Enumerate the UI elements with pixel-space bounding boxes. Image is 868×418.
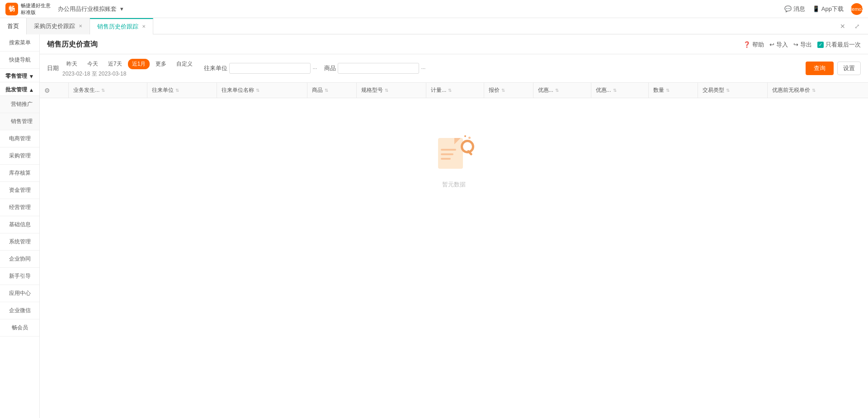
product-dots-button[interactable]: ···	[421, 65, 425, 71]
export-button[interactable]: ↪ 导出	[793, 41, 812, 49]
table-header-row: ⚙ 业务发生... ⇅ 往来单位 ⇅	[40, 83, 868, 98]
counterpart-dots-button[interactable]: ···	[312, 65, 317, 71]
empty-illustration	[434, 134, 474, 175]
sidebar-item-enterprise[interactable]: 企业协同	[0, 251, 39, 268]
sort-icon-product[interactable]: ⇅	[325, 88, 328, 93]
import-button[interactable]: ↩ 导入	[769, 41, 788, 49]
sidebar-item-wholesale-mgmt[interactable]: 批发管理 ▲	[0, 82, 39, 96]
date-btn-today[interactable]: 今天	[83, 59, 102, 69]
page-title: 销售历史价查询	[47, 40, 98, 54]
settings-button[interactable]: 设置	[837, 62, 861, 75]
topbar-title: 办公用品行业模拟账套	[58, 5, 117, 13]
content-area: 销售历史价查询 ❓ 帮助 ↩ 导入 ↪ 导出 ✓ 只看最后一次	[40, 34, 868, 418]
data-table: ⚙ 业务发生... ⇅ 往来单位 ⇅	[40, 83, 868, 98]
sidebar-item-basic-info[interactable]: 基础信息	[0, 216, 39, 233]
sidebar-item-search-menu[interactable]: 搜索菜单	[0, 34, 39, 52]
logo-icon: 畅	[5, 3, 18, 15]
sort-icon-unit[interactable]: ⇅	[448, 88, 452, 93]
sort-icon-quote[interactable]: ⇅	[501, 88, 505, 93]
sidebar-item-newbie[interactable]: 新手引导	[0, 268, 39, 285]
product-label: 商品	[324, 64, 336, 72]
sort-icon-counterpart-name[interactable]: ⇅	[256, 88, 259, 93]
logo-text: 畅捷通好生意 标准版	[21, 2, 51, 15]
th-counterpart-name: 往来单位名称 ⇅	[217, 83, 307, 98]
date-buttons: 昨天 今天 近7天 近1月 更多 自定义	[62, 59, 197, 69]
sidebar-item-app-center[interactable]: 应用中心	[0, 285, 39, 302]
tab-purchase-history[interactable]: 采购历史价跟踪 ✕	[27, 18, 90, 34]
checkbox-icon: ✓	[817, 42, 824, 48]
sidebar-item-inventory[interactable]: 库存核算	[0, 165, 39, 182]
sort-icon-discount1[interactable]: ⇅	[555, 88, 559, 93]
sidebar: 搜索菜单 快捷导航 零售管理 ▼ 批发管理 ▲ 营销推广 销售管理 电商管理 采…	[0, 34, 40, 418]
th-quantity: 数量 ⇅	[649, 83, 698, 98]
topbar-right: 💬 消息 📱 App下载 demo2	[784, 3, 863, 15]
date-btn-1month[interactable]: 近1月	[128, 59, 150, 69]
date-btn-yesterday[interactable]: 昨天	[62, 59, 81, 69]
th-biz-date: 业务发生... ⇅	[69, 83, 147, 98]
app-download-button[interactable]: 📱 App下载	[812, 5, 844, 13]
date-btn-7days[interactable]: 近7天	[104, 59, 126, 69]
app-icon: 📱	[812, 5, 820, 12]
th-pretax-price: 优惠前无税单价 ⇅	[768, 83, 868, 98]
counterpart-input[interactable]	[229, 63, 311, 74]
sort-icon-discount2[interactable]: ⇅	[613, 88, 617, 93]
sidebar-item-marketing[interactable]: 营销推广	[0, 96, 39, 113]
user-avatar-button[interactable]: demo2	[851, 3, 863, 15]
date-btn-more[interactable]: 更多	[151, 59, 170, 69]
th-discount1: 优惠... ⇅	[533, 83, 591, 98]
dot2	[464, 135, 466, 137]
sidebar-item-retail-mgmt[interactable]: 零售管理 ▼	[0, 69, 39, 82]
query-button[interactable]: 查询	[806, 62, 834, 75]
window-close-button[interactable]: ✕	[837, 21, 848, 32]
date-filter-group: 日期 昨天 今天 近7天 近1月 更多 自定义 2023-02-18 至 202…	[47, 59, 197, 78]
tabbar-right: ✕ ⤢	[837, 21, 868, 32]
empty-text: 暂元数据	[442, 180, 466, 189]
tab-home[interactable]: 首页	[0, 18, 27, 34]
date-btn-custom[interactable]: 自定义	[172, 59, 197, 69]
date-range-display: 2023-02-18 至 2023-03-18	[62, 70, 197, 78]
sidebar-item-operations[interactable]: 经营管理	[0, 199, 39, 216]
sidebar-item-sales-mgmt[interactable]: 销售管理	[0, 113, 39, 130]
sort-icon-trade-type[interactable]: ⇅	[726, 88, 730, 93]
date-filter-label: 日期	[47, 64, 59, 72]
topbar-dropdown-icon[interactable]: ▾	[120, 5, 123, 12]
date-filter-col: 昨天 今天 近7天 近1月 更多 自定义 2023-02-18 至 2023-0…	[62, 59, 197, 78]
sidebar-item-purchase-mgmt[interactable]: 采购管理	[0, 147, 39, 165]
counterpart-label: 往来单位	[204, 64, 227, 72]
sort-icon-pretax-price[interactable]: ⇅	[812, 88, 816, 93]
sort-icon-biz-date[interactable]: ⇅	[101, 88, 105, 93]
sort-icon-spec[interactable]: ⇅	[385, 88, 388, 93]
doc-fold	[454, 138, 461, 144]
sidebar-item-wechat[interactable]: 企业微信	[0, 302, 39, 319]
sort-icon-quantity[interactable]: ⇅	[666, 88, 670, 93]
topbar-left: 畅 畅捷通好生意 标准版 办公用品行业模拟账套 ▾	[5, 2, 123, 15]
sidebar-item-sys-mgmt[interactable]: 系统管理	[0, 233, 39, 251]
sidebar-item-quick-nav[interactable]: 快捷导航	[0, 52, 39, 69]
sidebar-item-member[interactable]: 畅会员	[0, 319, 39, 337]
tab-purchase-history-close[interactable]: ✕	[79, 24, 82, 28]
tab-sales-history[interactable]: 销售历史价跟踪 ✕	[90, 18, 153, 34]
sidebar-item-ecommerce[interactable]: 电商管理	[0, 130, 39, 147]
import-icon: ↩	[769, 41, 774, 48]
message-icon: 💬	[784, 5, 792, 12]
only-last-checkbox[interactable]: ✓ 只看最后一次	[817, 41, 861, 49]
sidebar-item-finance[interactable]: 资金管理	[0, 182, 39, 199]
page-header: 销售历史价查询 ❓ 帮助 ↩ 导入 ↪ 导出 ✓ 只看最后一次	[40, 34, 868, 54]
gear-icon[interactable]: ⚙	[44, 87, 50, 94]
chevron-down-icon: ▼	[29, 73, 34, 80]
message-button[interactable]: 💬 消息	[784, 5, 805, 13]
filter-bar: 日期 昨天 今天 近7天 近1月 更多 自定义 2023-02-18 至 202…	[40, 54, 868, 83]
sort-icon-counterpart-code[interactable]: ⇅	[175, 88, 179, 93]
counterpart-filter-group: 往来单位 ···	[204, 63, 317, 74]
window-restore-button[interactable]: ⤢	[852, 21, 863, 32]
th-quote: 报价 ⇅	[484, 83, 533, 98]
main-layout: 搜索菜单 快捷导航 零售管理 ▼ 批发管理 ▲ 营销推广 销售管理 电商管理 采…	[0, 34, 868, 418]
product-input[interactable]	[338, 63, 419, 74]
th-spec: 规格型号 ⇅	[357, 83, 426, 98]
th-counterpart-code: 往来单位 ⇅	[147, 83, 217, 98]
doc-line3	[441, 158, 451, 160]
doc-line2	[441, 153, 453, 155]
th-trade-type: 交易类型 ⇅	[698, 83, 767, 98]
tab-sales-history-close[interactable]: ✕	[142, 24, 146, 29]
help-button[interactable]: ❓ 帮助	[743, 41, 764, 49]
